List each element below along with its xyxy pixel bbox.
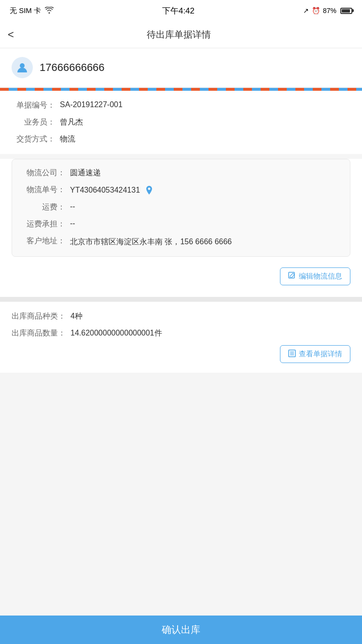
freight-bearer-row: 运费承担： -- xyxy=(22,219,340,229)
empty-space xyxy=(0,378,362,455)
page-title: 待出库单据详情 xyxy=(18,28,340,41)
battery-percent: 87% xyxy=(323,7,336,14)
location-icon: ↗ xyxy=(303,7,309,14)
alarm-icon: ⏰ xyxy=(312,7,320,14)
carrier-label: 无 SIM 卡 xyxy=(10,6,41,15)
tracking-number-row: 物流单号： YT43064053424131 xyxy=(22,185,340,196)
document-number-row: 单据编号： SA-20191227-001 xyxy=(12,100,350,111)
salesman-value: 曾凡杰 xyxy=(60,117,350,127)
view-details-button[interactable]: 查看单据详情 xyxy=(280,345,350,363)
tracking-number-label: 物流单号： xyxy=(22,185,65,195)
back-button[interactable]: < xyxy=(8,25,18,45)
order-info-section: 单据编号： SA-20191227-001 业务员： 曾凡杰 交货方式： 物流 xyxy=(0,91,362,154)
view-details-area: 查看单据详情 xyxy=(12,345,350,363)
goods-quantity-row: 出库商品数量： 14.62000000000000001件 xyxy=(12,328,350,338)
address-row: 客户地址： 北京市市辖区海淀区永丰南 张，156 6666 6666 xyxy=(22,236,340,248)
status-left: 无 SIM 卡 xyxy=(10,6,54,15)
tracking-number-value: YT43064053424131 xyxy=(70,185,340,196)
delivery-method-row: 交货方式： 物流 xyxy=(12,134,350,144)
goods-quantity-value: 14.62000000000000001件 xyxy=(70,328,350,338)
delivery-method-label: 交货方式： xyxy=(12,134,55,144)
goods-types-value: 4种 xyxy=(70,311,350,322)
user-header: 17666666666 xyxy=(0,48,362,87)
goods-types-row: 出库商品种类： 4种 xyxy=(12,311,350,322)
time-label: 下午4:42 xyxy=(162,5,195,16)
freight-bearer-label: 运费承担： xyxy=(22,219,65,229)
delivery-method-value: 物流 xyxy=(60,134,350,144)
edit-button-area: 编辑物流信息 xyxy=(12,262,350,287)
goods-section: 出库商品种类： 4种 出库商品数量： 14.62000000000000001件… xyxy=(0,302,362,373)
nav-bar: < 待出库单据详情 xyxy=(0,21,362,48)
svg-point-0 xyxy=(20,63,25,68)
goods-types-label: 出库商品种类： xyxy=(12,311,66,322)
view-details-label: 查看单据详情 xyxy=(299,350,342,359)
wifi-icon xyxy=(45,7,54,15)
logistics-wrapper: 物流公司： 圆通速递 物流单号： YT43064053424131 运费： --… xyxy=(0,159,362,297)
logistics-company-value: 圆通速递 xyxy=(70,168,340,178)
list-icon xyxy=(288,350,296,359)
bottom-spacer xyxy=(0,455,362,493)
battery-icon xyxy=(340,8,352,14)
status-bar: 无 SIM 卡 下午4:42 ↗ ⏰ 87% xyxy=(0,0,362,21)
freight-row: 运费： -- xyxy=(22,202,340,212)
salesman-label: 业务员： xyxy=(12,117,55,127)
edit-logistics-label: 编辑物流信息 xyxy=(299,272,342,281)
document-number-value: SA-20191227-001 xyxy=(60,100,350,109)
freight-label: 运费： xyxy=(22,202,65,212)
address-label: 客户地址： xyxy=(22,236,65,246)
avatar xyxy=(12,57,33,78)
freight-bearer-value: -- xyxy=(70,219,340,228)
edit-logistics-button[interactable]: 编辑物流信息 xyxy=(280,267,350,285)
section-separator-1 xyxy=(0,297,362,302)
logistics-card: 物流公司： 圆通速递 物流单号： YT43064053424131 运费： --… xyxy=(12,159,350,257)
goods-quantity-label: 出库商品数量： xyxy=(12,328,66,338)
status-right: ↗ ⏰ 87% xyxy=(303,7,352,14)
address-value: 北京市市辖区海淀区永丰南 张，156 6666 6666 xyxy=(70,236,340,248)
location-pin-icon[interactable] xyxy=(144,185,154,196)
edit-icon xyxy=(288,272,296,281)
freight-value: -- xyxy=(70,202,340,211)
user-phone: 17666666666 xyxy=(40,61,105,74)
salesman-row: 业务员： 曾凡杰 xyxy=(12,117,350,127)
logistics-company-label: 物流公司： xyxy=(22,168,65,178)
document-number-label: 单据编号： xyxy=(12,100,55,111)
confirm-button[interactable]: 确认出库 xyxy=(162,624,200,635)
confirm-button-area: 确认出库 xyxy=(0,616,362,644)
logistics-company-row: 物流公司： 圆通速递 xyxy=(22,168,340,178)
user-icon xyxy=(15,61,29,74)
